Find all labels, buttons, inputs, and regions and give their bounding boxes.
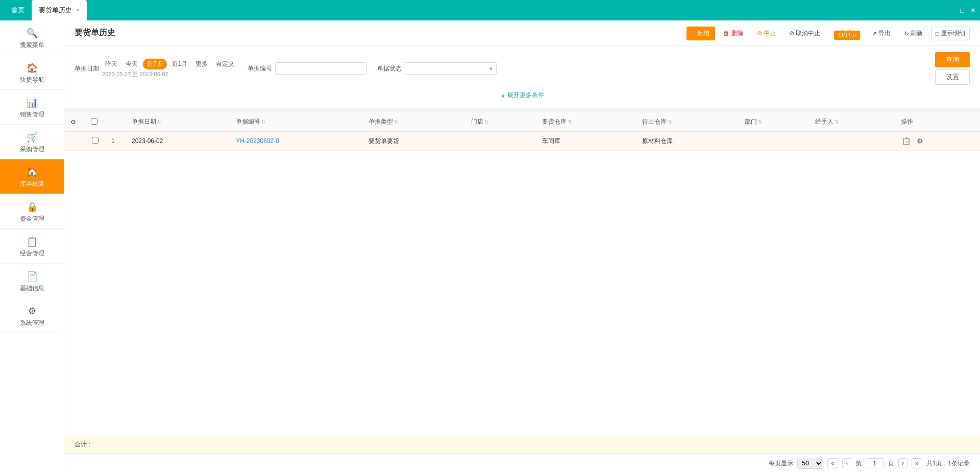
filter-area: 单据日期 昨天 今天 近7天 近1月 更多 自定义 2023-05-27 至 2…	[64, 46, 980, 108]
sidebar-item-label-operations: 经营管理	[20, 249, 44, 258]
date-filter-group: 单据日期 昨天 今天 近7天 近1月 更多 自定义 2023-05-27 至 2…	[75, 59, 237, 78]
status-filter-group: 单据状态	[377, 62, 497, 75]
status-select[interactable]	[405, 62, 497, 75]
close-window-icon[interactable]: ✕	[970, 7, 976, 14]
last-page-button[interactable]: »	[912, 458, 922, 468]
th-num	[105, 112, 126, 132]
th-store[interactable]: 门店⇅	[465, 112, 536, 132]
sort-handler-icon: ⇅	[835, 119, 839, 125]
sort-reqwh-icon: ⇅	[568, 119, 572, 125]
td-date: 2023-06-02	[126, 132, 230, 151]
sidebar-item-system[interactable]: ⚙ 系统管理	[0, 298, 64, 333]
tab-requisition-history[interactable]: 要货单历史 ×	[32, 0, 87, 20]
often-tag: OfTEn	[834, 31, 860, 40]
content-area: 要货单历史 + 新增 🗑 删除 ⊘ 中止 ⊘ 取消中止 🖨 🖨 打印 打印 ▾ …	[64, 20, 980, 473]
first-page-button[interactable]: «	[827, 458, 838, 468]
th-handler[interactable]: 经手人⇅	[809, 112, 894, 132]
th-department[interactable]: 部门⇅	[739, 112, 810, 132]
expand-more-button[interactable]: ∨ 展开更多条件	[497, 89, 548, 102]
export-icon: ↗	[872, 30, 877, 37]
date-btn-1month[interactable]: 近1月	[169, 59, 191, 69]
sidebar-item-basic-info[interactable]: 📄 基础信息	[0, 264, 64, 298]
data-table: ⚙ 单据日期⇅ 单据编号⇅ 单据类型⇅	[64, 112, 980, 151]
minimize-icon[interactable]: —	[947, 7, 954, 14]
finance-icon: 🔒	[27, 201, 38, 212]
th-date[interactable]: 单据日期⇅	[126, 112, 230, 132]
td-handler	[809, 132, 894, 151]
date-btn-7days[interactable]: 近7天	[143, 59, 167, 69]
doc-no-link[interactable]: YH-20230602-0	[236, 137, 279, 145]
total-label: 合计：	[75, 441, 93, 448]
date-btn-more[interactable]: 更多	[192, 59, 211, 69]
per-page-select[interactable]: 20 50 100 200	[797, 458, 823, 469]
next-page-button[interactable]: ›	[898, 458, 908, 468]
maximize-icon[interactable]: □	[960, 7, 964, 14]
sidebar-item-quick-nav[interactable]: 🏠 快捷导航	[0, 55, 64, 90]
filter-row: 单据日期 昨天 今天 近7天 近1月 更多 自定义 2023-05-27 至 2…	[75, 52, 970, 85]
sort-date-icon: ⇅	[157, 119, 161, 125]
table-area: ⚙ 单据日期⇅ 单据编号⇅ 单据类型⇅	[64, 112, 980, 436]
date-btn-custom[interactable]: 自定义	[213, 59, 237, 69]
td-action: 📋 ⚙	[895, 132, 980, 151]
edit-action-icon[interactable]: 📋	[901, 136, 912, 146]
tab-requisition-label: 要货单历史	[39, 6, 72, 15]
top-bar: 首页 要货单历史 × — □ ✕	[0, 0, 980, 20]
sort-dept-icon: ⇅	[758, 119, 762, 125]
page-prefix-label: 第	[855, 459, 862, 468]
delete-button[interactable]: 🗑 删除	[718, 27, 748, 40]
sidebar-item-inventory[interactable]: 🏠 库存核算	[0, 159, 64, 194]
th-pending-warehouse[interactable]: 待出仓库⇅	[636, 112, 739, 132]
pagination-bar: 每页显示 20 50 100 200 « ‹ 第 页 › » 共1页，1条记录	[64, 453, 980, 473]
footer-total: 合计：	[64, 436, 980, 453]
row-checkbox[interactable]	[92, 137, 99, 144]
query-button[interactable]: 查询	[935, 52, 970, 67]
date-btn-yesterday[interactable]: 昨天	[102, 59, 120, 69]
table-row: 1 2023-06-02 YH-20230602-0 要货单要货 车间库 原材料…	[64, 132, 980, 151]
select-all-checkbox[interactable]	[91, 118, 97, 125]
sidebar-item-search-menu[interactable]: 🔍 搜索菜单	[0, 20, 64, 55]
sidebar-item-purchase[interactable]: 🛒 采购管理	[0, 125, 64, 159]
refresh-button[interactable]: ↻ 刷新	[899, 27, 928, 40]
new-button[interactable]: + 新增	[687, 27, 715, 40]
sidebar-item-finance[interactable]: 🔒 资金管理	[0, 194, 64, 229]
export-button[interactable]: ↗ 导出	[867, 27, 896, 40]
sort-docno-icon: ⇅	[261, 119, 265, 125]
th-req-warehouse[interactable]: 要货仓库⇅	[536, 112, 636, 132]
purchase-icon: 🛒	[27, 132, 38, 143]
sidebar-item-label-inventory: 库存核算	[20, 180, 44, 188]
cancel-stop-button[interactable]: ⊘ 取消中止	[784, 27, 825, 40]
td-checkbox	[85, 132, 105, 151]
status-label: 单据状态	[377, 64, 402, 73]
main-layout: 🔍 搜索菜单 🏠 快捷导航 📊 销售管理 🛒 采购管理 🏠 库存核算 🔒 资金管…	[0, 20, 980, 473]
search-menu-icon: 🔍	[27, 28, 38, 39]
doc-no-label: 单据编号	[248, 64, 272, 73]
detail-action-icon[interactable]: ⚙	[916, 136, 924, 146]
th-checkbox	[85, 112, 105, 132]
stop-button[interactable]: ⊘ 中止	[752, 27, 781, 40]
th-doc-type[interactable]: 单据类型⇅	[362, 112, 465, 132]
sidebar-item-operations[interactable]: 📋 经营管理	[0, 229, 64, 264]
sidebar: 🔍 搜索菜单 🏠 快捷导航 📊 销售管理 🛒 采购管理 🏠 库存核算 🔒 资金管…	[0, 20, 64, 473]
sales-icon: 📊	[27, 97, 38, 108]
doc-no-input[interactable]	[275, 62, 367, 75]
current-page-input[interactable]	[866, 458, 884, 468]
date-btn-today[interactable]: 今天	[122, 59, 141, 69]
prev-page-button[interactable]: ‹	[842, 458, 851, 468]
sidebar-item-label-quicknav: 快捷导航	[20, 76, 44, 84]
action-icons: 📋 ⚙	[901, 136, 974, 146]
filter-actions: 查询 设置	[935, 52, 970, 85]
filter-settings-button[interactable]: 设置	[935, 69, 970, 85]
display-detail-button[interactable]: □ □ 显示明细 显示明细	[931, 27, 970, 40]
tab-close-icon[interactable]: ×	[76, 7, 80, 14]
inventory-icon: 🏠	[27, 167, 38, 178]
th-settings[interactable]: ⚙	[64, 112, 85, 132]
sort-doctype-icon: ⇅	[394, 119, 398, 125]
sidebar-item-sales[interactable]: 📊 销售管理	[0, 90, 64, 125]
th-doc-no[interactable]: 单据编号⇅	[230, 112, 362, 132]
page-suffix-label: 页	[888, 459, 894, 468]
sidebar-item-label-system: 系统管理	[20, 319, 44, 327]
table-body: 1 2023-06-02 YH-20230602-0 要货单要货 车间库 原材料…	[64, 132, 980, 151]
td-settings	[64, 132, 85, 151]
per-page-label: 每页显示	[769, 459, 793, 468]
tab-home[interactable]: 首页	[4, 0, 32, 20]
